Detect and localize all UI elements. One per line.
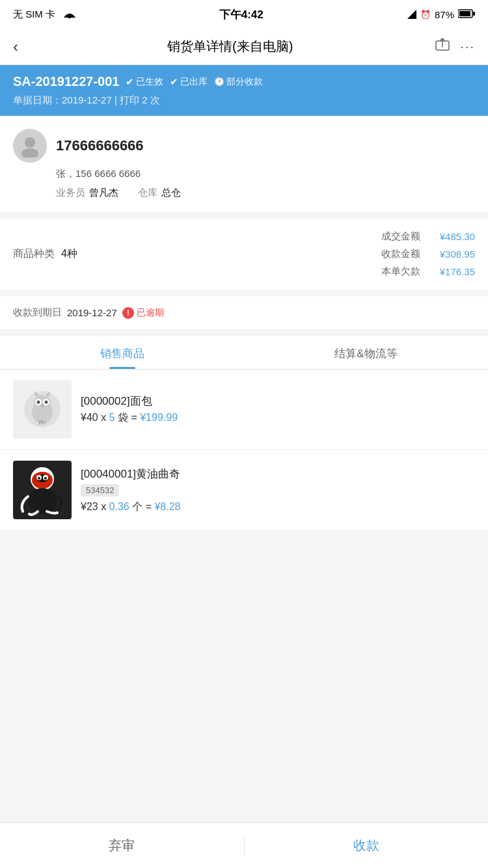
received-row: 收款金额 ¥308.95 [381, 248, 475, 260]
warehouse-value: 总仓 [161, 187, 181, 199]
tabs-section: 销售商品 结算&物流等 [0, 336, 488, 370]
svg-rect-4 [473, 12, 475, 16]
product-price-1: ¥40 x 5 袋 = ¥199.99 [81, 411, 475, 425]
check-icon-1: ✔ [126, 76, 134, 88]
product-count: 商品种类 4种 [13, 230, 77, 278]
tag-effective: ✔ 已生效 [126, 76, 163, 88]
warehouse-info: 仓库 总仓 [138, 187, 181, 199]
staff-value: 曾凡杰 [89, 187, 118, 199]
product-name-1: [0000002]面包 [81, 394, 475, 409]
warehouse-label: 仓库 [138, 187, 157, 199]
debt-row: 本单欠款 ¥176.35 [381, 265, 475, 278]
svg-marker-1 [407, 10, 416, 19]
tag-partial: 🕐 部分收款 [214, 76, 263, 88]
overdue-text: 已逾期 [137, 307, 164, 319]
customer-phone: 17666666666 [56, 137, 144, 154]
debt-label: 本单欠款 [381, 265, 420, 278]
tab-logistics[interactable]: 结算&物流等 [244, 336, 488, 369]
order-id: SA-20191227-001 [13, 74, 119, 89]
product-sku-2: 534532 [81, 484, 475, 500]
nav-bar: ‹ 销货单详情(来自电脑) ··· [0, 29, 488, 65]
svg-point-14 [45, 401, 48, 404]
share-icon[interactable] [435, 38, 450, 55]
due-date: 2019-12-27 [67, 307, 117, 318]
product-item-2: [00040001]黄油曲奇 534532 ¥23 x 0.36 个 = ¥8.… [0, 450, 488, 530]
customer-name-detail: 张，156 6666 6666 [13, 168, 475, 180]
battery-percent: 87% [435, 9, 454, 20]
staff-label: 业务员 [56, 187, 85, 199]
battery-icon [458, 9, 475, 20]
svg-point-7 [21, 148, 38, 157]
order-tags: ✔ 已生效 ✔ 已出库 🕐 部分收款 [126, 76, 263, 88]
svg-point-6 [25, 137, 35, 148]
product-info-2: [00040001]黄油曲奇 534532 ¥23 x 0.36 个 = ¥8.… [81, 467, 475, 514]
staff-info: 业务员 曾凡杰 [56, 187, 118, 199]
cancel-button[interactable]: 弃审 [0, 828, 244, 863]
type-label: 商品种类 [13, 247, 55, 261]
status-bar: 无 SIM 卡 下午4:42 ⏰ 87% [0, 0, 488, 29]
check-icon-2: ✔ [170, 76, 178, 88]
stats-section: 商品种类 4种 成交金额 ¥485.30 收款金额 ¥308.95 本单欠款 ¥… [0, 219, 488, 290]
due-section: 收款到期日 2019-12-27 ! 已逾期 [0, 296, 488, 329]
page-title: 销货单详情(来自电脑) [25, 38, 435, 55]
product-thumbnail-1: 鸡+ [13, 380, 72, 439]
svg-text:鸡+: 鸡+ [38, 420, 47, 426]
tab-products[interactable]: 销售商品 [0, 336, 244, 369]
svg-point-27 [28, 488, 57, 514]
amount-stats: 成交金额 ¥485.30 收款金额 ¥308.95 本单欠款 ¥176.35 [381, 230, 475, 278]
amount-value: ¥485.30 [440, 231, 475, 242]
product-item: 鸡+ [0000002]面包 ¥40 x 5 袋 = ¥199.99 [0, 370, 488, 449]
overdue-badge: ! 已逾期 [122, 307, 164, 319]
clock-icon: 🕐 [214, 77, 224, 87]
order-header: SA-20191227-001 ✔ 已生效 ✔ 已出库 🕐 部分收款 单据日期：… [0, 65, 488, 116]
svg-point-25 [38, 477, 40, 480]
product-thumbnail-2 [13, 461, 72, 519]
product-qty-2: 0.36 [109, 501, 129, 512]
confirm-button[interactable]: 收款 [245, 828, 489, 863]
debt-value: ¥176.35 [440, 266, 475, 277]
svg-point-13 [37, 401, 40, 404]
amount-row: 成交金额 ¥485.30 [381, 230, 475, 243]
tag-shipped: ✔ 已出库 [170, 76, 208, 88]
customer-avatar [13, 129, 47, 163]
status-left: 无 SIM 卡 [13, 8, 75, 21]
due-label: 收款到期日 [13, 306, 62, 319]
svg-point-26 [44, 477, 47, 480]
status-right: ⏰ 87% [407, 9, 475, 20]
more-icon[interactable]: ··· [460, 39, 475, 54]
nav-actions: ··· [435, 38, 475, 55]
product-total-1: ¥199.99 [140, 412, 178, 423]
overdue-icon: ! [122, 307, 134, 319]
customer-section: 17666666666 张，156 6666 6666 业务员 曾凡杰 仓库 总… [0, 116, 488, 212]
type-value: 4种 [61, 247, 77, 261]
status-time: 下午4:42 [219, 7, 264, 22]
product-name-2: [00040001]黄油曲奇 [81, 467, 475, 481]
product-info-1: [0000002]面包 ¥40 x 5 袋 = ¥199.99 [81, 394, 475, 425]
product-price-2: ¥23 x 0.36 个 = ¥8.28 [81, 500, 475, 514]
order-meta: 单据日期：2019-12-27 | 打印 2 次 [13, 94, 475, 107]
bottom-bar: 弃审 收款 [0, 822, 488, 868]
customer-info-row: 业务员 曾凡杰 仓库 总仓 [13, 187, 475, 199]
products-section: 鸡+ [0000002]面包 ¥40 x 5 袋 = ¥199.99 [0, 370, 488, 530]
amount-label: 成交金额 [381, 230, 420, 243]
product-total-2: ¥8.28 [154, 501, 180, 512]
received-value: ¥308.95 [440, 249, 475, 260]
product-qty-1: 5 [109, 412, 115, 423]
svg-rect-3 [459, 11, 470, 16]
received-label: 收款金额 [381, 248, 420, 260]
sku-badge: 534532 [81, 484, 119, 496]
back-button[interactable]: ‹ [13, 38, 18, 56]
svg-point-0 [68, 16, 70, 18]
